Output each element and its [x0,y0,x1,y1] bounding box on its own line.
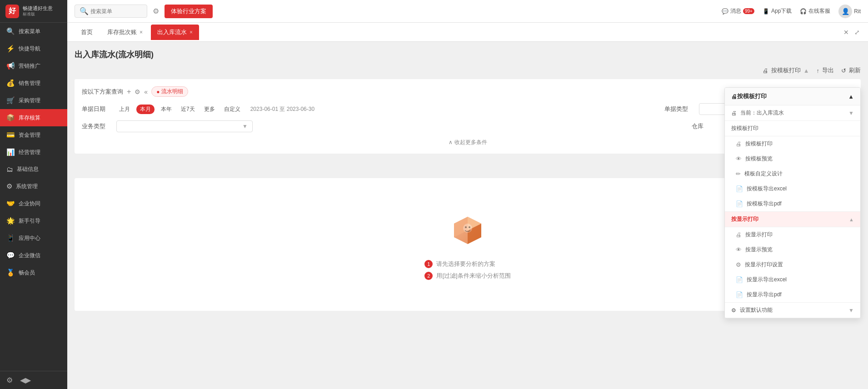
trial-btn[interactable]: 体验行业方案 [165,5,213,18]
date-btn-this-year[interactable]: 本年 [158,105,175,114]
display-print-settings-item[interactable]: ⚙ 按显示打印设置 [725,257,860,272]
sidebar-item-operations[interactable]: 📊 经营管理 [0,144,67,161]
display-section-label: 按显示打印 [731,215,758,223]
display-section-title[interactable]: 按显示打印 ▲ [725,212,860,227]
sidebar-item-inventory[interactable]: 📦 库存核算 [0,109,67,126]
messages-badge: 99+ [743,8,754,14]
app-download-label: App下载 [771,7,792,15]
sidebar-item-newbie[interactable]: 🌟 新手引导 [0,212,67,229]
template-custom-label: 模板自定义设计 [744,170,783,178]
sidebar-item-finance[interactable]: 💳 资金管理 [0,126,67,144]
sidebar-label-finance: 资金管理 [19,131,40,139]
sidebar-item-system[interactable]: ⚙ 系统管理 [0,178,67,195]
export-icon: ↑ [817,67,820,74]
topbar-app-download[interactable]: 📱 App下载 [763,7,792,15]
date-range-display: 2023-06-01 至 2023-06-30 [250,105,314,113]
date-btn-7days[interactable]: 近7天 [178,105,198,114]
collapse-btn[interactable]: ∧ 收起更多条件 [449,139,487,146]
date-btn-last-month[interactable]: 上月 [116,105,133,114]
topbar-user[interactable]: 👤 Rit [838,5,861,18]
sidebar-item-quicknav[interactable]: ⚡ 快捷导航 [0,40,67,57]
message-icon: 💬 [722,8,728,15]
main-content: 🔍 ⚙ 体验行业方案 💬 消息 99+ 📱 App下载 🎧 在线客服 👤 Rit [67,0,868,389]
sidebar-item-marketing[interactable]: 📢 营销推广 [0,57,67,75]
print-template-btn[interactable]: 🖨 按模板打印 ▲ [763,66,809,75]
template-custom-item[interactable]: ✏ 模板自定义设计 [725,166,860,181]
empty-step-2: 2 用[过滤]条件来缩小分析范围 [424,272,510,280]
topbar-search-input[interactable] [90,8,145,15]
sidebar-item-basics[interactable]: 🗂 基础信息 [0,161,67,178]
sidebar-label-sales: 销售管理 [19,80,40,87]
filter-add-icon[interactable]: + [127,88,131,96]
sidebar-label-newbie: 新手引导 [19,217,40,225]
date-btn-custom[interactable]: 自定义 [221,105,243,114]
display-export-pdf-item[interactable]: 📄 按显示导出pdf [725,287,860,302]
sidebar-collapse-icon[interactable]: ◀▶ [20,376,31,384]
default-section[interactable]: ⚙ 设置默认功能 ▼ [725,303,860,318]
messages-label: 消息 [730,7,741,15]
template-print-label: 按模板打印 [745,140,773,148]
print-template-label: 按模板打印 [771,66,801,75]
topbar-online-service[interactable]: 🎧 在线客服 [800,7,830,15]
sidebar-item-membership[interactable]: 🏅 畅会员 [0,264,67,281]
template-preview-item[interactable]: 👁 按模板预览 [725,151,860,166]
date-btn-this-month[interactable]: 本月 [136,105,155,114]
template-print-item[interactable]: 🖨 按模板打印 [725,136,860,151]
sidebar-settings-icon[interactable]: ⚙ [6,376,13,384]
flow-detail-tag[interactable]: ● 流水明细 [151,86,188,97]
refresh-btn[interactable]: ↺ 刷新 [841,66,861,75]
display-excel-icon: 📄 [736,276,743,283]
dropdown-close-icon[interactable]: ▲ [848,93,854,100]
page-toolbar: 🖨 按模板打印 ▲ ↑ 导出 ↺ 刷新 [75,66,861,75]
template-excel-label: 按模板导出excel [747,185,787,193]
display-export-excel-item[interactable]: 📄 按显示导出excel [725,272,860,287]
date-btn-more[interactable]: 更多 [201,105,218,114]
sidebar-item-appcenter[interactable]: 📱 应用中心 [0,229,67,247]
sidebar-label-wechat: 企业微信 [19,252,40,259]
filter-collapse-icon[interactable]: « [144,88,148,95]
default-section-icon: ⚙ [731,307,736,314]
export-btn[interactable]: ↑ 导出 [817,66,834,75]
tab-batch[interactable]: 库存批次账 × [101,25,149,40]
expand-tab-icon[interactable]: ⤢ [853,28,861,37]
template-section-label: 按模板打印 [731,125,758,132]
template-custom-icon: ✏ [736,170,741,177]
template-excel-icon: 📄 [736,185,743,192]
sidebar-item-purchase[interactable]: 🛒 采购管理 [0,92,67,109]
topbar-search-icon: 🔍 [80,7,89,15]
filter-settings-icon[interactable]: ⚙ [135,88,140,95]
display-preview-item[interactable]: 👁 按显示预览 [725,242,860,257]
sidebar-label-appcenter: 应用中心 [19,234,40,242]
sidebar-label-marketing: 营销推广 [19,62,40,70]
avatar: 👤 [838,5,852,18]
tab-flow-close-icon[interactable]: × [190,29,193,35]
template-preview-label: 按模板预览 [745,155,773,163]
tab-home[interactable]: 首页 [75,25,99,40]
sidebar-item-sales[interactable]: 💰 销售管理 [0,75,67,92]
template-section-title[interactable]: 按模板打印 [725,121,860,136]
tab-flow[interactable]: 出入库流水 × [151,25,199,40]
topbar-search-box[interactable]: 🔍 [75,5,147,18]
refresh-label: 刷新 [849,66,861,75]
topbar-gear-icon[interactable]: ⚙ [153,7,159,15]
sidebar-item-cooperation[interactable]: 🤝 企业协同 [0,195,67,212]
collapse-label: 收起更多条件 [454,139,487,146]
cooperation-icon: 🤝 [6,199,15,208]
sidebar-item-wechat[interactable]: 💬 企业微信 [0,247,67,264]
sidebar-item-search[interactable]: 🔍 搜索菜单 [0,23,67,40]
app-name: 畅捷通好生意 [23,5,53,11]
business-type-select[interactable]: ▼ [116,120,253,132]
close-tab-icon[interactable]: ✕ [843,28,850,37]
template-export-pdf-item[interactable]: 📄 按模板导出pdf [725,196,860,211]
business-type-dropdown-icon: ▼ [242,123,248,130]
empty-steps: 1 请先选择要分析的方案 2 用[过滤]条件来缩小分析范围 [424,260,510,284]
dropdown-current-item[interactable]: 🖨 当前：出入库流水 ▼ [725,105,860,121]
topbar-messages[interactable]: 💬 消息 99+ [722,7,754,15]
filter-title: 按以下方案查询 [82,88,123,96]
display-print-item[interactable]: 🖨 按显示打印 [725,227,860,242]
template-export-excel-item[interactable]: 📄 按模板导出excel [725,181,860,196]
tab-batch-close-icon[interactable]: × [140,29,143,35]
current-item-arrow: ▼ [848,110,854,116]
sidebar-nav: 🔍 搜索菜单 ⚡ 快捷导航 📢 营销推广 💰 销售管理 🛒 采购管理 📦 库存核… [0,23,67,371]
inventory-icon: 📦 [6,114,15,122]
